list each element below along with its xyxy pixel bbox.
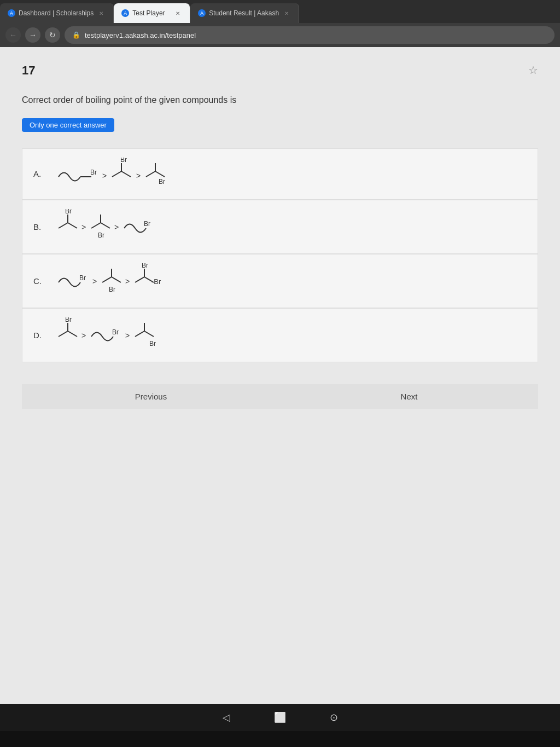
svg-line-9 — [155, 171, 165, 177]
svg-text:Br: Br — [98, 231, 104, 239]
option-d-content: Br > Br > Br — [53, 317, 250, 353]
svg-text:Br: Br — [90, 169, 97, 176]
tab-bar: A Dashboard | Scholarships ✕ A Test Play… — [0, 0, 560, 23]
option-a[interactable]: A. Br > Br > — [22, 148, 538, 200]
option-c-letter: C. — [33, 276, 44, 286]
option-a-letter: A. — [33, 169, 44, 178]
tab2-favicon: A — [121, 9, 129, 17]
svg-line-17 — [91, 223, 101, 228]
android-home-button[interactable]: ⬜ — [274, 711, 286, 723]
option-b-structure: Br > Br > Br — [53, 209, 239, 245]
address-bar-row: ← → ↻ 🔒 testplayerv1.aakash.ac.in/testpa… — [0, 23, 560, 47]
tab3-close[interactable]: ✕ — [282, 9, 291, 18]
tab2-close[interactable]: ✕ — [173, 9, 182, 18]
svg-text:Br: Br — [109, 286, 115, 293]
answer-type-badge: Only one correct answer — [22, 118, 114, 132]
page-content: 17 ☆ Correct order of boiling point of t… — [0, 47, 560, 704]
bookmark-button[interactable]: ☆ — [528, 63, 538, 77]
svg-line-36 — [68, 331, 77, 337]
address-bar[interactable]: 🔒 testplayerv1.aakash.ac.in/testpanel — [65, 26, 555, 44]
svg-text:>: > — [102, 171, 107, 180]
svg-text:Br: Br — [144, 220, 150, 228]
address-text: testplayerv1.aakash.ac.in/testpanel — [85, 31, 196, 39]
option-c[interactable]: C. Br > Br > — [22, 254, 538, 308]
question-number: 17 — [22, 63, 35, 78]
svg-text:Br: Br — [159, 178, 165, 186]
option-d-structure: Br > Br > Br — [53, 317, 250, 353]
tab1-close[interactable]: ✕ — [97, 9, 106, 18]
previous-button[interactable]: Previous — [22, 384, 280, 409]
svg-line-18 — [101, 223, 110, 228]
android-back-button[interactable]: ◁ — [223, 711, 230, 723]
android-nav-bar: ◁ ⬜ ⊙ — [0, 704, 560, 731]
tab-studentresult[interactable]: A Student Result | Aakash ✕ — [190, 3, 299, 23]
tab3-label: Student Result | Aakash — [209, 9, 279, 17]
svg-line-4 — [121, 171, 131, 177]
tab-dashboard[interactable]: A Dashboard | Scholarships ✕ — [0, 3, 114, 23]
svg-line-43 — [144, 331, 154, 337]
back-button[interactable]: ← — [5, 27, 21, 43]
svg-text:Br: Br — [65, 317, 72, 323]
option-c-structure: Br > Br > Br -Br — [53, 263, 250, 299]
option-b[interactable]: B. Br > Br > — [22, 200, 538, 254]
option-c-content: Br > Br > Br -Br — [53, 263, 250, 299]
browser-chrome: A Dashboard | Scholarships ✕ A Test Play… — [0, 0, 560, 47]
android-recents-button[interactable]: ⊙ — [330, 711, 338, 723]
forward-button[interactable]: → — [25, 27, 40, 43]
lock-icon: 🔒 — [72, 31, 80, 39]
next-button[interactable]: Next — [280, 384, 538, 409]
question-text: Correct order of boiling point of the gi… — [22, 93, 538, 107]
back-icon: ← — [9, 31, 17, 39]
svg-line-12 — [59, 223, 68, 228]
tab3-favicon: A — [198, 9, 206, 17]
svg-text:>: > — [81, 331, 86, 340]
forward-icon: → — [29, 31, 37, 39]
bottom-area — [0, 731, 560, 747]
svg-text:Br: Br — [112, 328, 119, 336]
svg-text:Br: Br — [120, 158, 127, 164]
svg-text:>: > — [125, 331, 130, 340]
option-d[interactable]: D. Br > Br > — [22, 308, 538, 362]
svg-text:-Br: -Br — [151, 277, 161, 286]
svg-text:Br: Br — [149, 340, 156, 348]
tab-testplayer[interactable]: A Test Player ✕ — [114, 3, 190, 23]
svg-text:>: > — [81, 223, 86, 231]
svg-text:Br: Br — [142, 263, 148, 269]
option-b-content: Br > Br > Br — [53, 209, 239, 245]
svg-text:>: > — [114, 223, 119, 231]
reload-button[interactable]: ↻ — [45, 27, 60, 43]
tab2-label: Test Player — [132, 9, 165, 17]
svg-text:>: > — [136, 171, 141, 180]
svg-line-3 — [112, 171, 121, 177]
options-container: A. Br > Br > — [22, 148, 538, 362]
reload-icon: ↻ — [49, 31, 56, 39]
svg-line-35 — [59, 331, 68, 337]
svg-line-30 — [135, 277, 144, 282]
svg-line-26 — [112, 277, 121, 282]
option-d-letter: D. — [33, 331, 44, 340]
svg-line-13 — [68, 223, 77, 228]
tab1-label: Dashboard | Scholarships — [19, 9, 94, 17]
svg-text:>: > — [92, 277, 97, 286]
option-a-structure: Br > Br > Br — [53, 158, 239, 190]
option-b-letter: B. — [33, 222, 44, 231]
svg-text:Br: Br — [65, 209, 72, 215]
tab1-favicon: A — [8, 9, 15, 17]
svg-line-25 — [102, 277, 112, 282]
svg-line-8 — [146, 171, 155, 177]
option-a-content: Br > Br > Br — [53, 158, 239, 190]
svg-line-42 — [135, 331, 144, 337]
svg-text:Br: Br — [79, 274, 86, 282]
svg-text:>: > — [125, 277, 130, 286]
nav-buttons: Previous Next — [22, 384, 538, 409]
